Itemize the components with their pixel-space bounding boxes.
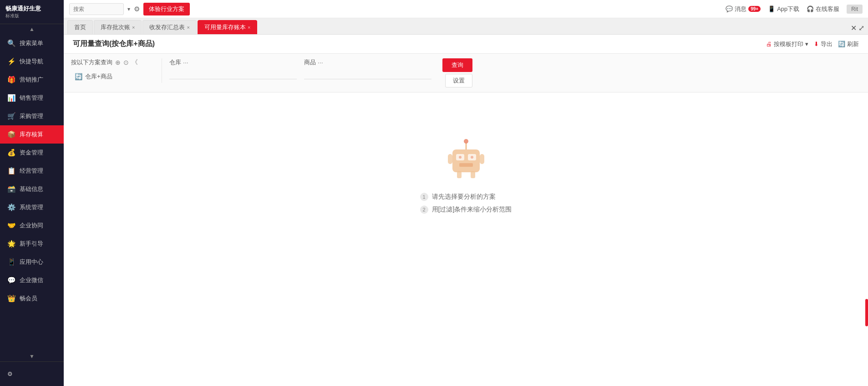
sidebar-item-system[interactable]: ⚙️ 系统管理 bbox=[0, 198, 64, 216]
scheme-item-warehouse-goods[interactable]: 🔄 仓库+商品 bbox=[71, 70, 156, 83]
refresh-btn[interactable]: 🔄 刷新 bbox=[838, 40, 859, 48]
sidebar-item-marketing[interactable]: 🎁 营销推广 bbox=[0, 71, 64, 89]
sidebar-item-label: 系统管理 bbox=[20, 203, 43, 211]
industry-btn[interactable]: 体验行业方案 bbox=[143, 3, 190, 15]
scroll-down-btn[interactable]: ▼ bbox=[0, 351, 64, 361]
sidebar-settings[interactable]: ⚙ bbox=[0, 365, 64, 382]
print-btn[interactable]: 🖨 按模板打印 ▾ bbox=[766, 40, 808, 48]
sidebar-item-member[interactable]: 👑 畅会员 bbox=[0, 289, 64, 308]
topbar-right: 💬 消息 99+ 📱 App下载 🎧 在线客服 Rit bbox=[726, 5, 863, 14]
warehouse-input[interactable] bbox=[169, 68, 297, 79]
filter-conditions: 仓库 ··· 商品 ··· 查询 设置 bbox=[162, 58, 861, 87]
sidebar-item-newbie[interactable]: 🌟 新手引导 bbox=[0, 235, 64, 253]
message-badge: 99+ bbox=[748, 6, 761, 12]
filter-warehouse: 仓库 ··· bbox=[169, 58, 297, 79]
edit-scheme-btn[interactable]: ⊙ bbox=[123, 59, 129, 66]
sidebar-item-label: 企业微信 bbox=[20, 276, 43, 284]
wechat-icon: 💬 bbox=[7, 276, 16, 284]
svg-rect-7 bbox=[471, 171, 475, 178]
sidebar-item-label: 营销推广 bbox=[20, 76, 43, 84]
sidebar-item-enterprise[interactable]: 🤝 企业协同 bbox=[0, 216, 64, 235]
empty-state: 1 请先选择要分析的方案 2 用[过滤]条件来缩小分析范围 bbox=[64, 93, 868, 250]
page-header: 可用量查询(按仓库+商品) 🖨 按模板打印 ▾ ⬇ 导出 🔄 刷新 bbox=[64, 35, 868, 54]
newbie-icon: 🌟 bbox=[7, 240, 16, 248]
empty-tip-1: 1 请先选择要分析的方案 bbox=[420, 193, 512, 201]
cog-icon: ⚙ bbox=[7, 371, 13, 377]
goods-more-btn[interactable]: ··· bbox=[318, 59, 323, 66]
system-icon: ⚙️ bbox=[7, 203, 16, 211]
svg-rect-5 bbox=[480, 154, 484, 164]
expand-btn[interactable]: ⤢ bbox=[858, 24, 864, 32]
sidebar-item-label: 资金管理 bbox=[20, 149, 43, 157]
right-scrollbar[interactable] bbox=[865, 299, 868, 326]
sidebar-item-operations[interactable]: 📋 经营管理 bbox=[0, 162, 64, 180]
empty-illustration bbox=[439, 129, 493, 184]
warehouse-input-row: 仓库 ··· bbox=[169, 58, 297, 67]
scheme-icon: 🔄 bbox=[75, 73, 82, 80]
tab-batch-account[interactable]: 库存批次账 × bbox=[94, 20, 142, 34]
sidebar-item-wechat[interactable]: 💬 企业微信 bbox=[0, 271, 64, 289]
tab-available-ledger-close[interactable]: × bbox=[248, 25, 250, 30]
filter-panel: 按以下方案查询 ⊕ ⊙ 《 🔄 仓库+商品 仓库 ··· bbox=[64, 54, 868, 93]
goods-label: 商品 bbox=[304, 58, 316, 67]
sidebar-item-finance[interactable]: 💰 资金管理 bbox=[0, 144, 64, 162]
sidebar-item-label: 基础信息 bbox=[20, 185, 43, 193]
export-btn[interactable]: ⬇ 导出 bbox=[814, 40, 832, 48]
print-label: 按模板打印 bbox=[774, 40, 803, 48]
tab-collect-summary[interactable]: 收发存汇总表 × bbox=[142, 20, 196, 34]
basic-icon: 🗃️ bbox=[7, 185, 16, 193]
message-label: 消息 bbox=[735, 5, 746, 13]
app-download-label: App下载 bbox=[777, 5, 799, 13]
topbar: ▾ ⚙ 体验行业方案 💬 消息 99+ 📱 App下载 🎧 在线客服 Rit bbox=[64, 0, 868, 18]
add-scheme-btn[interactable]: ⊕ bbox=[115, 59, 121, 66]
ops-icon: 📋 bbox=[7, 167, 16, 175]
refresh-icon: 🔄 bbox=[838, 41, 845, 47]
tab-collect-summary-close[interactable]: × bbox=[187, 25, 189, 30]
message-btn[interactable]: 💬 消息 99+ bbox=[726, 5, 761, 13]
sidebar-item-purchase[interactable]: 🛒 采购管理 bbox=[0, 107, 64, 125]
search-icon: 🔍 bbox=[7, 39, 16, 47]
app-icon: 📱 bbox=[7, 258, 16, 266]
tab-home-label: 首页 bbox=[74, 23, 86, 31]
tab-collect-summary-label: 收发存汇总表 bbox=[149, 23, 185, 31]
svg-rect-3 bbox=[459, 163, 473, 167]
member-icon: 👑 bbox=[7, 294, 16, 303]
filter-schemes: 按以下方案查询 ⊕ ⊙ 《 🔄 仓库+商品 bbox=[71, 58, 162, 83]
chart-icon: 📊 bbox=[7, 94, 16, 102]
sidebar-item-label: 经营管理 bbox=[20, 167, 43, 175]
close-all-btn[interactable]: ✕ bbox=[851, 24, 857, 32]
sidebar-item-sales[interactable]: 📊 销售管理 bbox=[0, 89, 64, 107]
app-download-btn[interactable]: 📱 App下载 bbox=[768, 5, 799, 13]
warehouse-label: 仓库 bbox=[169, 58, 181, 67]
dropdown-btn[interactable]: ▾ bbox=[127, 6, 130, 12]
tip-text-2: 用[过滤]条件来缩小分析范围 bbox=[432, 206, 512, 214]
scroll-up-btn[interactable]: ▲ bbox=[0, 24, 64, 34]
gear-icon[interactable]: ⚙ bbox=[134, 5, 140, 13]
goods-input[interactable] bbox=[304, 68, 431, 79]
svg-rect-6 bbox=[457, 171, 462, 178]
collapse-btn[interactable]: 《 bbox=[132, 58, 138, 67]
search-input[interactable] bbox=[69, 3, 124, 15]
tip-num-2: 2 bbox=[420, 206, 428, 214]
tab-batch-account-close[interactable]: × bbox=[132, 25, 135, 30]
sidebar-item-shortcut[interactable]: ⚡ 快捷导航 bbox=[0, 52, 64, 71]
filter-schemes-header: 按以下方案查询 ⊕ ⊙ 《 bbox=[71, 58, 156, 67]
shortcut-icon: ⚡ bbox=[7, 57, 16, 66]
warehouse-more-btn[interactable]: ··· bbox=[183, 59, 188, 66]
svg-rect-0 bbox=[452, 149, 480, 172]
scheme-item-label: 仓库+商品 bbox=[85, 72, 112, 81]
query-btn[interactable]: 查询 bbox=[442, 58, 472, 72]
app-tag: 标准版 bbox=[5, 13, 58, 19]
sidebar-item-basic[interactable]: 🗃️ 基础信息 bbox=[0, 180, 64, 198]
user-avatar[interactable]: Rit bbox=[847, 5, 863, 14]
tab-available-ledger[interactable]: 可用量库存账本 × bbox=[198, 20, 257, 34]
goods-input-row: 商品 ··· bbox=[304, 58, 431, 67]
sidebar-item-label: 应用中心 bbox=[20, 258, 43, 266]
tab-home[interactable]: 首页 bbox=[67, 20, 93, 34]
sidebar-item-search[interactable]: 🔍 搜索菜单 bbox=[0, 34, 64, 52]
online-service-btn[interactable]: 🎧 在线客服 bbox=[807, 5, 839, 13]
sidebar-item-label: 销售管理 bbox=[20, 94, 43, 102]
settings-btn[interactable]: 设置 bbox=[445, 74, 472, 87]
sidebar-item-app[interactable]: 📱 应用中心 bbox=[0, 253, 64, 271]
sidebar-item-inventory[interactable]: 📦 库存核算 bbox=[0, 125, 64, 144]
